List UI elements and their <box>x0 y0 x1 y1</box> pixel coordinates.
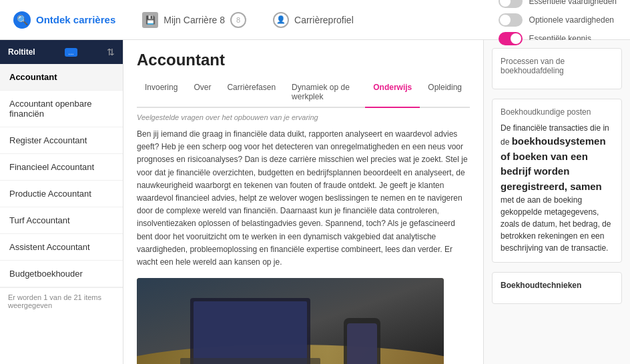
brand-label: Ontdek carrières <box>36 14 115 25</box>
panel-card-posten-title: Boekhoudkundige posten <box>501 107 613 117</box>
brand-nav-item[interactable]: 🔍 Ontdek carrières <box>13 11 115 29</box>
kennis-toggle[interactable] <box>499 32 523 45</box>
tabs-bar: Invoering Over Carrièrefasen Dynamiek op… <box>137 77 470 108</box>
essentieel-toggle[interactable] <box>499 0 523 8</box>
tab-invoering[interactable]: Invoering <box>137 77 186 108</box>
career-profile-label: Carrièreprofiel <box>294 15 354 25</box>
optioneel-toggle-row: Optionele vaardigheden <box>499 13 617 27</box>
sort-icon[interactable]: ⇅ <box>107 47 115 57</box>
panel-card-posten-body: De financiële transacties die in de boek… <box>501 122 613 254</box>
body-big: boekhoudsystemen of boeken van een bedri… <box>501 135 606 192</box>
main-layout: Roltitel ... ⇅ Accountant Accountant ope… <box>0 40 630 364</box>
panel-card-technieken: Boekhoudtechnieken <box>492 272 622 304</box>
my-career-label: Mijn Carrière 8 <box>164 15 225 25</box>
page-title: Accountant <box>137 51 470 69</box>
career-profile-nav-item[interactable]: 👤 Carrièreprofiel <box>273 12 354 28</box>
tab-over[interactable]: Over <box>186 77 219 108</box>
panel-card-technieken-title: Boekhoudtechnieken <box>501 281 613 290</box>
panel-card-processen: Processen van de boekhoudafdeling <box>492 48 622 89</box>
tab-carrierefasen[interactable]: Carrièrefasen <box>219 77 284 108</box>
profile-icon: 👤 <box>273 12 289 28</box>
sidebar-header: Roltitel ... ⇅ <box>0 40 123 64</box>
svg-rect-3 <box>194 301 307 364</box>
save-icon: 💾 <box>142 12 158 28</box>
sidebar-item-turf-accountant[interactable]: Turf Accountant <box>0 207 123 234</box>
sidebar-header-badge: ... <box>65 48 77 57</box>
tab-onderwijs[interactable]: Onderwijs <box>365 77 420 108</box>
right-panel: Processen van de boekhoudafdeling Boekho… <box>483 40 630 364</box>
question-text: Veelgestelde vragen over het opbouwen va… <box>137 113 470 121</box>
sidebar-item-accountant[interactable]: Accountant <box>0 64 123 91</box>
sidebar: Roltitel ... ⇅ Accountant Accountant ope… <box>0 40 123 364</box>
sidebar-item-productie-accountant[interactable]: Productie Accountant <box>0 181 123 207</box>
sidebar-item-register-accountant[interactable]: Register Accountant <box>0 127 123 154</box>
optioneel-toggle[interactable] <box>499 13 523 27</box>
my-career-nav-item[interactable]: 💾 Mijn Carrière 8 8 <box>142 12 246 28</box>
essentieel-toggle-label: Essentiële vaardigheden <box>529 0 617 6</box>
search-icon: 🔍 <box>13 11 31 29</box>
panel-card-posten: Boekhoudkundige posten De financiële tra… <box>492 99 622 263</box>
optioneel-toggle-label: Optionele vaardigheden <box>529 15 614 25</box>
tab-opleiding[interactable]: Opleiding <box>420 77 470 108</box>
svg-rect-4 <box>180 358 320 364</box>
sidebar-item-accountant-openbare[interactable]: Accountant openbare financiën <box>0 91 123 127</box>
info-icon: 8 <box>230 12 246 28</box>
content-area: Accountant Invoering Over Carrièrefasen … <box>123 40 483 364</box>
sidebar-item-budgetboekhouder[interactable]: Budgetboekhouder <box>0 261 123 287</box>
description-text: Ben jij iemand die graag in financiële d… <box>137 128 470 269</box>
essentieel-toggle-row: Essentiële vaardigheden <box>499 0 617 8</box>
content-image <box>137 278 444 364</box>
sidebar-footer: Er worden 1 van de 21 items weergegeven <box>0 287 123 315</box>
body-rest: met de aan de boeking gekoppelde metageg… <box>501 195 611 253</box>
top-nav: 🔍 Ontdek carrières 💾 Mijn Carrière 8 8 👤… <box>0 0 630 40</box>
sidebar-item-assistent-accountant[interactable]: Assistent Accountant <box>0 234 123 261</box>
panel-card-processen-title: Processen van de boekhoudafdeling <box>501 57 613 75</box>
tab-dynamiek[interactable]: Dynamiek op de werkplek <box>284 77 365 108</box>
sidebar-item-financieel-accountant[interactable]: Financieel Accountant <box>0 154 123 181</box>
svg-rect-6 <box>347 323 377 364</box>
sidebar-header-title: Roltitel <box>8 47 35 57</box>
